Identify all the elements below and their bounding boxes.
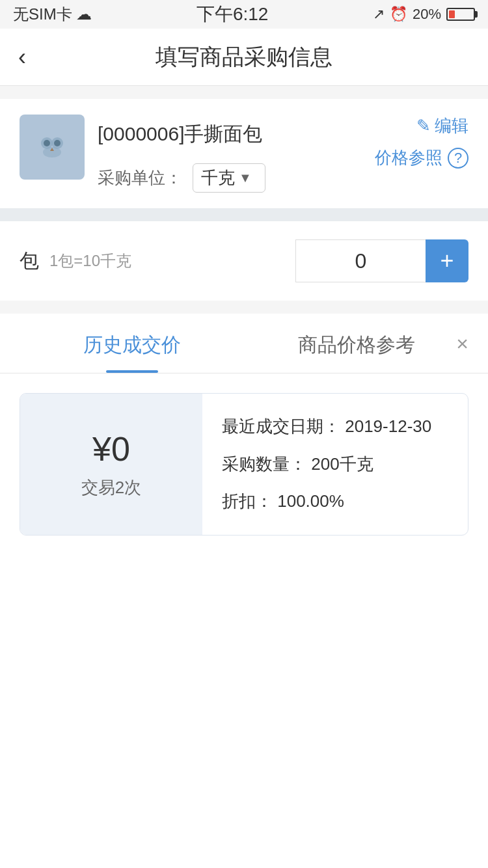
battery-icon xyxy=(446,8,475,21)
quantity-row: 包 1包=10千克 0 + xyxy=(0,221,488,301)
latest-date-label: 最近成交日期： xyxy=(222,416,340,436)
price-ref-button[interactable]: 价格参照 ? xyxy=(375,146,468,169)
quantity-plus-button[interactable]: + xyxy=(426,239,468,282)
quantity-left: 包 1包=10千克 xyxy=(20,248,131,275)
edit-icon: ✎ xyxy=(416,116,431,136)
product-card: [0000006]手撕面包 采购单位： 千克 ▼ ✎ 编辑 价格参照 ? xyxy=(0,99,488,208)
quantity-value: 0 xyxy=(355,249,367,273)
quantity-detail-label: 采购数量： xyxy=(222,454,306,474)
tab-history-label: 历史成交价 xyxy=(83,334,181,355)
product-image xyxy=(20,115,85,180)
history-discount-row: 折扣： 100.00% xyxy=(222,488,448,515)
latest-date-value: 2019-12-30 xyxy=(345,416,431,436)
product-unit-row: 采购单位： 千克 ▼ xyxy=(98,163,265,193)
back-button[interactable]: ‹ xyxy=(18,44,26,71)
edit-label: 编辑 xyxy=(435,115,468,137)
product-left: [0000006]手撕面包 采购单位： 千克 ▼ xyxy=(20,115,265,193)
tab-product-price-ref[interactable]: 商品价格参考 xyxy=(244,314,468,373)
unit-select-text: 千克 xyxy=(201,167,235,189)
history-price: ¥0 xyxy=(92,429,130,468)
history-trade-count: 交易2次 xyxy=(81,476,141,499)
product-image-placeholder xyxy=(33,125,72,169)
quantity-unit-sub: 1包=10千克 xyxy=(49,251,131,271)
quantity-control: 0 + xyxy=(295,239,468,282)
tab-close-button[interactable]: × xyxy=(456,331,468,355)
svg-point-2 xyxy=(44,140,50,146)
history-latest-date-row: 最近成交日期： 2019-12-30 xyxy=(222,413,448,441)
help-icon: ? xyxy=(448,148,468,169)
divider-bar xyxy=(0,208,488,221)
tabs-container: 历史成交价 商品价格参考 × ¥0 交易2次 最近成交日期： 2019-12-3… xyxy=(0,314,488,868)
location-icon: ↗ xyxy=(373,6,385,23)
quantity-detail-value: 200千克 xyxy=(311,454,373,474)
carrier-label: 无SIM卡 ☁ xyxy=(13,4,92,25)
tabs-row: 历史成交价 商品价格参考 × xyxy=(0,314,488,373)
status-bar: 无SIM卡 ☁ 下午6:12 ↗ ⏰ 20% xyxy=(0,0,488,29)
plus-icon: + xyxy=(440,247,454,275)
remaining-area xyxy=(0,555,488,868)
unit-select[interactable]: 千克 ▼ xyxy=(193,163,265,193)
history-price-value: ¥0 xyxy=(92,430,130,468)
product-name: [0000006]手撕面包 xyxy=(98,121,265,148)
status-left: 无SIM卡 ☁ xyxy=(13,4,92,25)
discount-value: 100.00% xyxy=(277,491,344,511)
quantity-input[interactable]: 0 xyxy=(295,239,426,282)
quantity-unit-label: 包 xyxy=(20,248,39,275)
history-right-panel: 最近成交日期： 2019-12-30 采购数量： 200千克 折扣： 100.0… xyxy=(202,394,468,535)
product-top: [0000006]手撕面包 采购单位： 千克 ▼ ✎ 编辑 价格参照 ? xyxy=(20,115,468,193)
unit-label: 采购单位： xyxy=(98,167,182,189)
price-ref-right: ✎ 编辑 价格参照 ? xyxy=(375,115,468,169)
history-card: ¥0 交易2次 最近成交日期： 2019-12-30 采购数量： 200千克 折… xyxy=(20,393,468,536)
tab-active-underline xyxy=(106,370,158,373)
history-left-panel: ¥0 交易2次 xyxy=(20,394,202,535)
price-ref-label: 价格参照 xyxy=(375,146,442,169)
tab-product-price-label: 商品价格参考 xyxy=(298,334,415,355)
history-content: ¥0 交易2次 最近成交日期： 2019-12-30 采购数量： 200千克 折… xyxy=(0,373,488,555)
status-right: ↗ ⏰ 20% xyxy=(373,6,475,23)
battery-fill xyxy=(449,10,455,18)
status-time: 下午6:12 xyxy=(197,2,269,27)
header: ‹ 填写商品采购信息 xyxy=(0,29,488,86)
dropdown-arrow-icon: ▼ xyxy=(239,170,252,185)
discount-label: 折扣： xyxy=(222,491,273,511)
history-quantity-row: 采购数量： 200千克 xyxy=(222,451,448,478)
page-title: 填写商品采购信息 xyxy=(156,42,332,72)
tab-history-price[interactable]: 历史成交价 xyxy=(20,314,244,373)
svg-point-3 xyxy=(54,140,61,146)
edit-button[interactable]: ✎ 编辑 xyxy=(416,115,468,137)
battery-percent: 20% xyxy=(413,6,441,23)
alarm-icon: ⏰ xyxy=(390,6,407,23)
product-info: [0000006]手撕面包 采购单位： 千克 ▼ xyxy=(98,115,265,193)
